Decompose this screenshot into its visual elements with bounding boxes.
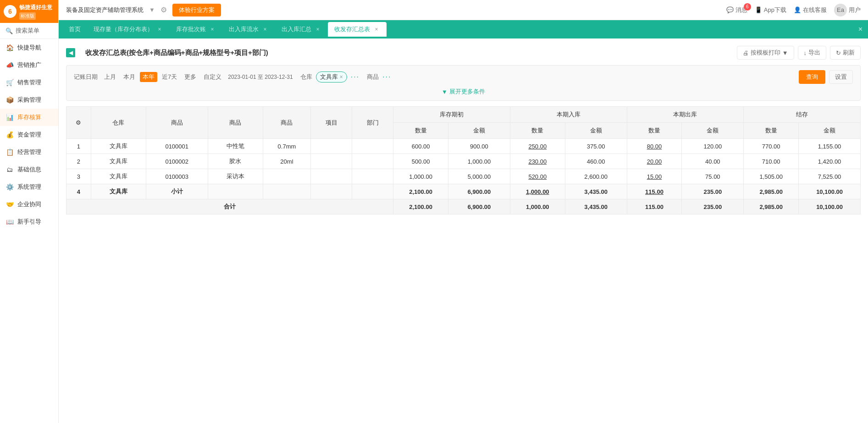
enterprise-icon: 🤝 — [6, 200, 14, 209]
sub-label: 小计 — [146, 184, 208, 199]
date-btn-this-month[interactable]: 本月 — [121, 72, 138, 82]
table-settings-icon[interactable]: ⚙ — [76, 119, 81, 126]
row-out-qty[interactable]: 20.00 — [627, 154, 682, 169]
row-warehouse: 文具库 — [91, 154, 146, 169]
row-name: 中性笔 — [208, 139, 263, 154]
sub-in-qty[interactable]: 1,000.00 — [510, 184, 565, 199]
sidebar-item-marketing[interactable]: 📣 营销推广 — [0, 56, 58, 74]
export-button[interactable]: ↓ 导出 — [798, 46, 827, 60]
tab-inventory-dist[interactable]: 现存量（库存分布表） × — [87, 22, 170, 37]
warehouse-tag-close[interactable]: × — [340, 74, 343, 80]
row-spec: 20ml — [263, 154, 311, 169]
quick-nav-label: 快捷导航 — [17, 44, 41, 52]
row-init-qty: 600.00 — [393, 139, 448, 154]
row-out-qty[interactable]: 15.00 — [627, 169, 682, 184]
finance-label: 资金管理 — [17, 131, 41, 139]
sidebar-item-basic[interactable]: 🗂 基础信息 — [0, 161, 58, 178]
print-button[interactable]: 🖨 按模板打印 ▼ — [737, 46, 794, 60]
sidebar-item-operations[interactable]: 📋 经营管理 — [0, 143, 58, 161]
tab-home[interactable]: 首页 — [62, 22, 87, 37]
row-bal-qty: 710.00 — [744, 154, 799, 169]
date-btn-7days[interactable]: 近7天 — [159, 72, 180, 82]
expand-label: 展开更多条件 — [449, 88, 485, 96]
online-service-action[interactable]: 👤 在线客服 — [794, 6, 827, 14]
product-ellipsis[interactable]: ··· — [382, 73, 391, 81]
row-in-amt: 375.00 — [565, 139, 627, 154]
app-download-action[interactable]: 📱 App下载 — [755, 6, 786, 14]
sidebar-search[interactable]: 🔍 搜索菜单 — [0, 23, 58, 39]
date-btn-group: 上月 本月 本年 近7天 更多 自定义 — [101, 72, 224, 82]
query-button[interactable]: 查询 — [799, 70, 825, 84]
tab-summary[interactable]: 出入库汇总 × — [275, 22, 328, 37]
tab-batch-close[interactable]: × — [209, 26, 216, 33]
total-in-amt: 3,435.00 — [565, 199, 627, 214]
row-dept — [352, 139, 393, 154]
row-init-amt: 5,000.00 — [448, 169, 510, 184]
sidebar-item-inventory[interactable]: 📊 库存核算 — [0, 109, 58, 126]
tab-batch-label: 库存批次账 — [176, 25, 206, 33]
message-badge: 6 — [744, 3, 751, 11]
row-in-qty[interactable]: 230.00 — [510, 154, 565, 169]
date-btn-custom[interactable]: 自定义 — [201, 72, 224, 82]
print-label: 按模板打印 — [751, 49, 780, 57]
total-in-qty: 1,000.00 — [510, 199, 565, 214]
row-bal-qty: 770.00 — [744, 139, 799, 154]
row-in-qty[interactable]: 520.00 — [510, 169, 565, 184]
row-out-amt: 75.00 — [682, 169, 744, 184]
tab-flow-close[interactable]: × — [261, 26, 269, 33]
total-row: 合计 2,100.00 6,900.00 1,000.00 3,435.00 1… — [66, 199, 861, 214]
system-label: 系统管理 — [17, 183, 41, 191]
tab-bar-close-button[interactable]: × — [857, 25, 864, 33]
collapse-button[interactable]: ◀ — [66, 48, 75, 57]
experience-button[interactable]: 体验行业方案 — [172, 4, 221, 16]
date-btn-more[interactable]: 更多 — [182, 72, 199, 82]
date-btn-this-year[interactable]: 本年 — [140, 72, 157, 82]
user-label: 用户 — [849, 6, 861, 14]
row-bal-amt: 1,155.00 — [799, 139, 861, 154]
th-in-stock: 本期入库 — [510, 107, 627, 123]
sidebar-item-sales[interactable]: 🛒 销售管理 — [0, 74, 58, 91]
row-in-qty[interactable]: 250.00 — [510, 139, 565, 154]
export-label: 导出 — [808, 49, 820, 57]
th-out-stock: 本期出库 — [627, 107, 744, 123]
row-name: 胶水 — [208, 154, 263, 169]
total-out-qty: 115.00 — [627, 199, 682, 214]
row-init-amt: 900.00 — [448, 139, 510, 154]
tab-summary-close[interactable]: × — [314, 26, 321, 33]
sub-out-qty[interactable]: 115.00 — [627, 184, 682, 199]
th-warehouse: 仓库 — [91, 107, 146, 139]
date-range: 2023-01-01 至 2023-12-31 — [228, 73, 293, 81]
row-project — [311, 169, 352, 184]
logo-name: 畅捷通好生意 — [19, 4, 52, 11]
user-action[interactable]: Ea 用户 — [834, 4, 861, 16]
sidebar-item-finance[interactable]: 💰 资金管理 — [0, 126, 58, 143]
warehouse-tag-value: 文具库 — [320, 73, 338, 81]
sidebar-item-purchase[interactable]: 📦 采购管理 — [0, 91, 58, 109]
row-spec: 0.7mm — [263, 139, 311, 154]
gear-icon[interactable]: ⚙ — [160, 5, 167, 14]
row-init-qty: 1,000.00 — [393, 169, 448, 184]
tab-receive-send-close[interactable]: × — [373, 26, 380, 33]
sidebar-item-guide[interactable]: 📖 新手引导 — [0, 213, 58, 231]
expand-button[interactable]: ▼ 展开更多条件 — [74, 88, 853, 96]
tab-flow[interactable]: 出入库流水 × — [222, 22, 275, 37]
table-row: 2 文具库 0100002 胶水 20ml 500.00 1,000.00 23… — [66, 154, 861, 169]
date-btn-last-month[interactable]: 上月 — [101, 72, 119, 82]
row-code: 0100001 — [146, 139, 208, 154]
tab-batch[interactable]: 库存批次账 × — [170, 22, 222, 37]
refresh-button[interactable]: ↻ 刷新 — [830, 46, 861, 60]
search-icon: 🔍 — [6, 27, 13, 34]
row-index: 3 — [66, 169, 91, 184]
tab-receive-send[interactable]: 收发存汇总表 × — [328, 22, 387, 37]
sidebar-item-quick-nav[interactable]: 🏠 快捷导航 — [0, 39, 58, 56]
row-out-qty[interactable]: 80.00 — [627, 139, 682, 154]
system-dropdown[interactable]: ▼ — [149, 6, 155, 13]
sidebar-item-enterprise[interactable]: 🤝 企业协同 — [0, 196, 58, 213]
warehouse-ellipsis[interactable]: ··· — [351, 73, 359, 81]
message-action[interactable]: 💬 消息 6 — [726, 6, 747, 14]
sidebar-item-system[interactable]: ⚙️ 系统管理 — [0, 178, 58, 196]
tab-inventory-dist-close[interactable]: × — [156, 26, 163, 33]
settings-button[interactable]: 设置 — [829, 70, 853, 84]
dropdown-arrow-icon: ▼ — [149, 6, 155, 13]
row-code: 0100003 — [146, 169, 208, 184]
